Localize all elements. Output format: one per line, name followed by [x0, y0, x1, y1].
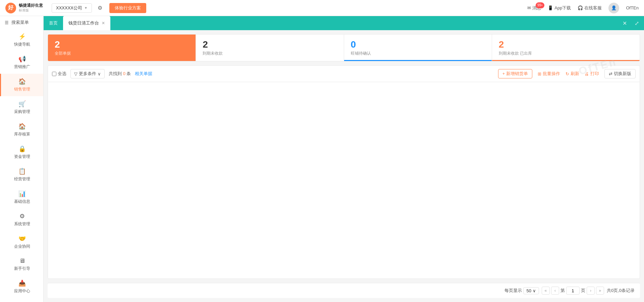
sidebar-item-search-menu[interactable]: ☰ 搜索菜单 — [0, 16, 43, 29]
stat-label-shipped: 到期未收款 已出库 — [499, 51, 633, 56]
stat-num-overdue: 2 — [203, 39, 337, 50]
sidebar-item-newbie[interactable]: 🖥 新手引导 — [0, 253, 43, 276]
filter-label: 更多条件 — [79, 71, 96, 77]
print-label: 打印 — [590, 71, 599, 77]
app-center-label: 应用中心 — [14, 288, 30, 294]
pagination-bar: 每页显示 50 ∨ « ‹ 第 页 › » 共0页,0条记录 — [48, 283, 640, 298]
refresh-button[interactable]: ↻ 刷新 — [566, 71, 579, 77]
toolbar: 全选 ▽ 更多条件 ∨ 共找到 0 条 相关单据 + 新增销货单 ⊞ — [48, 65, 640, 82]
inventory-icon: 🏠 — [18, 123, 26, 130]
found-count-number: 0 — [123, 71, 125, 76]
stat-underline-shipped — [492, 60, 640, 61]
base-info-icon: 📊 — [18, 190, 26, 197]
stat-card-shipped[interactable]: 2 到期未收款 已出库 — [492, 35, 640, 61]
sidebar-item-system[interactable]: ⚙ 系统管理 — [0, 208, 43, 231]
app-center-icon: 📥 — [18, 280, 26, 287]
trial-button[interactable]: 体验行业方案 — [109, 3, 146, 13]
company-selector[interactable]: XXXXXX公司 ▼ — [52, 3, 92, 13]
operations-icon: 📋 — [18, 168, 26, 175]
sidebar-item-enterprise[interactable]: 🤝 企业协同 — [0, 231, 43, 253]
switch-version-button[interactable]: ⇄ 切换新版 — [604, 69, 636, 78]
quick-nav-icon: ⚡ — [18, 33, 26, 40]
checkbox-input[interactable] — [52, 72, 56, 76]
logo-area: 好 畅捷通好生意 标准版 — [5, 3, 49, 13]
sidebar-item-base-info[interactable]: 📊 基础信息 — [0, 186, 43, 208]
purchase-icon: 🛒 — [18, 100, 26, 108]
page-size-value: 50 — [526, 288, 531, 293]
tab-expand-button[interactable]: ⤢ — [632, 18, 641, 28]
enterprise-label: 企业协同 — [14, 244, 30, 249]
stat-label-wangpu: 旺铺待确认 — [351, 51, 485, 56]
sidebar-item-quick-nav[interactable]: ⚡ 快捷导航 — [0, 29, 43, 51]
service-icon: 🎧 — [578, 5, 583, 10]
newbie-icon: 🖥 — [19, 257, 25, 264]
switch-label: 切换新版 — [614, 71, 631, 77]
sales-icon: 🏠 — [18, 78, 26, 85]
app-title: 畅捷通好生意 — [19, 3, 43, 8]
sidebar-item-wechat[interactable]: 💬 企业微信 — [0, 298, 43, 302]
batch-op-label: 批量操作 — [543, 71, 560, 77]
refresh-icon: ↻ — [566, 71, 569, 76]
purchase-label: 采购管理 — [14, 109, 30, 115]
stat-card-wangpu[interactable]: 0 旺铺待确认 — [344, 35, 492, 61]
marketing-label: 营销推广 — [14, 64, 30, 70]
download-icon: 📱 — [548, 5, 553, 10]
sidebar-item-app-center[interactable]: 📥 应用中心 — [0, 276, 43, 298]
found-count-text: 共找到 0 条 — [109, 71, 131, 77]
marketing-icon: 📢 — [18, 55, 26, 63]
page-size-selector: 每页显示 50 ∨ — [504, 287, 539, 294]
related-orders-link[interactable]: 相关单据 — [135, 71, 152, 77]
select-all-checkbox[interactable]: 全选 — [52, 71, 66, 77]
sidebar-item-marketing[interactable]: 📢 营销推广 — [0, 51, 43, 74]
add-sales-order-button[interactable]: + 新增销货单 — [498, 69, 532, 78]
batch-operation-button[interactable]: ⊞ 批量操作 — [538, 71, 560, 77]
message-button[interactable]: ✉ 消息 99+ — [527, 5, 541, 11]
tab-workbench-label: 钱货日清工作台 — [68, 20, 99, 26]
stat-label-all: 全部单据 — [55, 51, 189, 56]
sidebar-item-inventory[interactable]: 🏠 库存核算 — [0, 119, 43, 141]
first-page-button[interactable]: « — [542, 287, 550, 295]
chevron-down-icon: ▼ — [84, 6, 88, 10]
online-service-button[interactable]: 🎧 在线客服 — [578, 5, 602, 11]
quick-nav-label: 快捷导航 — [14, 42, 30, 47]
tab-workbench[interactable]: 钱货日清工作台 ✕ — [63, 16, 110, 30]
prev-page-button[interactable]: ‹ — [551, 287, 559, 295]
top-header: 好 畅捷通好生意 标准版 XXXXXX公司 ▼ ⚙ 体验行业方案 ✉ 消息 99… — [0, 0, 644, 16]
refresh-label: 刷新 — [571, 71, 579, 77]
last-page-button[interactable]: » — [596, 287, 604, 295]
page-number-input[interactable] — [566, 287, 580, 295]
filter-icon: ▽ — [74, 71, 77, 76]
search-menu-label: 搜索菜单 — [11, 19, 29, 25]
stat-num-all: 2 — [55, 39, 189, 50]
chevron-down-icon: ∨ — [533, 288, 536, 293]
app-download-label: App下载 — [554, 5, 571, 11]
stat-card-overdue[interactable]: 2 到期未收款 — [196, 35, 344, 61]
operations-label: 经营管理 — [14, 176, 30, 182]
settings-button[interactable]: ⚙ — [95, 3, 105, 13]
tab-home[interactable]: 首页 — [44, 16, 63, 30]
filter-button[interactable]: ▽ 更多条件 ∨ — [70, 69, 105, 78]
select-all-label: 全选 — [58, 71, 66, 77]
avatar-icon: 👤 — [611, 5, 616, 10]
stat-card-all[interactable]: 2 全部单据 — [48, 35, 196, 61]
tab-minimize-button[interactable]: ✕ — [620, 18, 629, 28]
base-info-label: 基础信息 — [14, 199, 30, 204]
sidebar-item-purchase[interactable]: 🛒 采购管理 — [0, 96, 43, 119]
sidebar-item-sales[interactable]: 🏠 销售管理 — [0, 74, 43, 96]
tab-bar-actions: ✕ ⤢ — [620, 18, 644, 28]
app-download-button[interactable]: 📱 App下载 — [548, 5, 571, 11]
avatar[interactable]: 👤 — [608, 3, 619, 13]
company-name: XXXXXX公司 — [56, 5, 82, 11]
logo-icon: 好 — [5, 3, 16, 13]
sidebar-item-operations[interactable]: 📋 经营管理 — [0, 164, 43, 186]
next-page-button[interactable]: › — [587, 287, 595, 295]
page-end-label: 页 — [581, 288, 585, 294]
enterprise-icon: 🤝 — [18, 235, 26, 242]
switch-icon: ⇄ — [609, 71, 612, 76]
total-info: 共0页,0条记录 — [607, 288, 635, 294]
page-size-select-box[interactable]: 50 ∨ — [523, 287, 539, 294]
sidebar-item-finance[interactable]: 🔒 资金管理 — [0, 141, 43, 164]
print-button[interactable]: 🖨 打印 — [585, 71, 599, 77]
page-navigation: « ‹ 第 页 › » — [542, 287, 604, 295]
tab-close-icon[interactable]: ✕ — [102, 21, 105, 25]
